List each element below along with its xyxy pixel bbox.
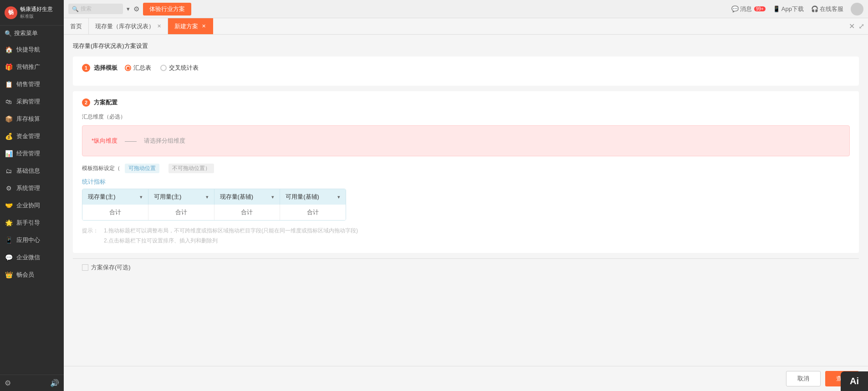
sidebar-item-label: 新手引导	[16, 219, 40, 227]
app-download-item[interactable]: 📱 App下载	[773, 5, 804, 13]
app-center-icon: 📱	[5, 236, 13, 244]
speaker-icon[interactable]: 🔊	[50, 379, 59, 387]
basic-info-icon: 🗂	[5, 167, 13, 175]
tab-new-scheme[interactable]: 新建方案 ✕	[168, 18, 213, 34]
tip2: 2.点击标题栏下拉可设置排序、插入列和删除列	[104, 236, 850, 246]
gift-icon: 🎁	[5, 63, 13, 71]
stats-label: 统计指标	[82, 178, 850, 186]
main-area: 🔍 搜索 ▾ ⚙ 体验行业方案 💬 消息 99+ 📱 App下载 🎧 在线客服	[64, 0, 868, 391]
sidebar-logo-text: 畅康通好生意 标准版	[20, 5, 53, 20]
dimension-placeholder[interactable]: 请选择分组维度	[144, 137, 185, 145]
stats-table-header: 现存量(主) ▾ 可用量(主) ▾ 现存量(基辅) ▾ 可用量(基辅) ▾	[82, 189, 346, 205]
summary-radio-dot	[127, 67, 130, 70]
online-service-item[interactable]: 🎧 在线客服	[811, 5, 843, 13]
tab-inventory-status-label: 现存量（库存状况表）	[95, 22, 154, 31]
col3-chevron[interactable]: ▾	[271, 194, 274, 200]
stats-col1-header[interactable]: 现存量(主) ▾	[82, 189, 148, 205]
close-window-icon[interactable]: ✕	[849, 22, 855, 31]
sidebar-item-app-center[interactable]: 📱 应用中心	[0, 232, 64, 249]
step2-header: 2 方案配置	[82, 98, 850, 107]
sidebar-item-label: 快捷导航	[16, 46, 40, 54]
user-avatar[interactable]	[851, 3, 863, 15]
cancel-button[interactable]: 取消	[786, 371, 821, 386]
save-checkbox[interactable]	[82, 264, 88, 271]
sidebar-item-label: 资金管理	[16, 132, 40, 140]
stats-col2-header[interactable]: 可用量(主) ▾	[148, 189, 214, 205]
app-badge: 标准版	[20, 13, 53, 20]
sidebar-item-membership[interactable]: 👑 畅会员	[0, 266, 64, 283]
topbar-search[interactable]: 🔍 搜索	[68, 4, 123, 14]
search-icon: 🔍	[5, 30, 12, 37]
operations-icon: 📊	[5, 149, 13, 158]
message-badge: 99+	[754, 6, 766, 11]
template-crosstab-option[interactable]: 交叉统计表	[160, 64, 199, 72]
expand-icon[interactable]: ⤢	[858, 22, 864, 31]
purchase-icon: 🛍	[5, 98, 13, 106]
sidebar-item-cooperation[interactable]: 🤝 企业协同	[0, 197, 64, 214]
tips: 提示： 1.拖动标题栏可以调整布局，不可跨维度或指标区域拖动栏目字段(只能在同一…	[82, 226, 850, 246]
stats-col4-header[interactable]: 可用量(基辅) ▾	[280, 189, 346, 205]
step1-header: 1 选择模板 汇总表 交叉统计表	[82, 64, 850, 72]
template-summary-option[interactable]: 汇总表	[125, 64, 151, 72]
online-service-label: 在线客服	[820, 5, 843, 13]
page-title: 现存量(库存状况表)方案设置	[73, 42, 859, 50]
sidebar-item-inventory[interactable]: 📦 库存核算	[0, 110, 64, 128]
message-item[interactable]: 💬 消息 99+	[731, 5, 766, 13]
metrics-settings-label: 模板指标设定（	[82, 165, 120, 172]
col3-summary: 合计	[214, 205, 281, 220]
sidebar-item-quick-nav[interactable]: 🏠 快捷导航	[0, 41, 64, 58]
draggable-tag: 可拖动位置	[125, 164, 159, 173]
stats-table-row: 合计 合计 合计 合计	[82, 205, 346, 220]
save-option[interactable]: 方案保存(可选)	[82, 263, 850, 272]
sidebar-item-sales[interactable]: 📋 销售管理	[0, 76, 64, 93]
dimension-required: *纵向维度	[92, 137, 117, 145]
wechat-icon: 💬	[5, 253, 13, 262]
ai-badge[interactable]: Ai	[841, 371, 868, 391]
topbar-dropdown-icon[interactable]: ▾	[127, 5, 130, 12]
sidebar-item-operations[interactable]: 📊 经营管理	[0, 145, 64, 162]
ai-label: Ai	[850, 376, 859, 386]
step2-section: 2 方案配置 汇总维度（必选） *纵向维度 —— 请选择分组维度 模板指标设定（…	[73, 91, 859, 253]
sidebar-item-newcomer[interactable]: 🌟 新手引导	[0, 214, 64, 232]
sidebar-item-label: 采购管理	[16, 98, 40, 106]
metrics-settings: 模板指标设定（ 可拖动位置 不可拖动位置）	[82, 164, 850, 173]
action-bar: 取消 查询	[64, 366, 868, 391]
tab-home[interactable]: 首页	[64, 18, 89, 34]
col2-summary: 合计	[148, 205, 214, 220]
phone-icon: 📱	[773, 5, 780, 12]
tabbar: 首页 现存量（库存状况表） ✕ 新建方案 ✕ ✕ ⤢	[64, 18, 868, 35]
sidebar-item-marketing[interactable]: 🎁 营销推广	[0, 58, 64, 76]
tab-close-inventory[interactable]: ✕	[157, 23, 161, 29]
headset-icon: 🎧	[811, 5, 818, 12]
sidebar-logo: 畅 畅康通好生意 标准版	[0, 0, 64, 26]
col1-chevron[interactable]: ▾	[140, 194, 143, 200]
col2-chevron[interactable]: ▾	[206, 194, 209, 200]
settings-icon[interactable]: ⚙	[5, 379, 11, 387]
page-content: 现存量(库存状况表)方案设置 1 选择模板 汇总表 交叉统计表	[64, 35, 868, 366]
sidebar-item-wechat[interactable]: 💬 企业微信	[0, 249, 64, 266]
sidebar-item-system[interactable]: ⚙ 系统管理	[0, 180, 64, 197]
tab-close-new-scheme[interactable]: ✕	[200, 23, 207, 30]
step1-number: 1	[82, 64, 90, 72]
col4-chevron[interactable]: ▾	[337, 194, 340, 200]
topbar-gear-icon[interactable]: ⚙	[133, 5, 139, 13]
sidebar-item-label: 应用中心	[16, 236, 40, 244]
message-label: 消息	[740, 5, 752, 13]
sidebar-item-label: 基础信息	[16, 167, 40, 175]
crosstab-radio[interactable]	[160, 65, 167, 71]
template-options: 汇总表 交叉统计表	[125, 64, 199, 72]
sidebar-search-label: 搜索菜单	[14, 29, 38, 37]
sidebar-item-label: 企业协同	[16, 201, 40, 210]
sidebar-item-basic-info[interactable]: 🗂 基础信息	[0, 162, 64, 180]
sidebar-search[interactable]: 🔍 搜索菜单	[0, 26, 64, 41]
stats-col3-header[interactable]: 现存量(基辅) ▾	[214, 189, 281, 205]
tab-inventory-status[interactable]: 现存量（库存状况表） ✕	[89, 18, 168, 34]
industry-btn[interactable]: 体验行业方案	[143, 3, 191, 15]
sidebar-item-finance[interactable]: 💰 资金管理	[0, 128, 64, 145]
summary-radio[interactable]	[125, 65, 131, 71]
tab-new-scheme-label: 新建方案	[174, 22, 198, 31]
sidebar-bottom: ⚙ 🔊	[0, 375, 64, 391]
sidebar-item-purchase[interactable]: 🛍 采购管理	[0, 93, 64, 110]
tabbar-right: ✕ ⤢	[849, 22, 868, 31]
search-icon: 🔍	[72, 6, 79, 12]
